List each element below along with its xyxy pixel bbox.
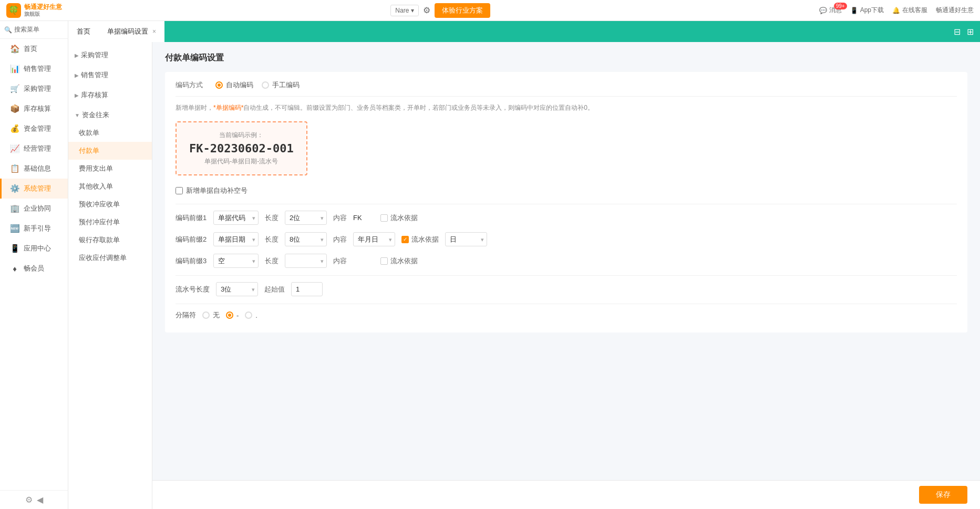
sep-dash-label: - <box>236 311 239 319</box>
serial-length-select[interactable]: 3位 4位 5位 6位 <box>216 282 258 296</box>
sep-none-radio[interactable]: 无 <box>202 310 220 320</box>
prefix3-stream-checkbox[interactable] <box>380 257 388 265</box>
prefix3-stream-check[interactable]: 流水依据 <box>380 256 418 266</box>
message-badge: 99+ <box>834 3 847 9</box>
sidebar-item-operation[interactable]: 📈 经营管理 <box>0 139 68 159</box>
sep-none-label: 无 <box>213 310 220 320</box>
sub-item-adjust[interactable]: 应收应付调整单 <box>68 249 152 267</box>
auto-fill-checkbox[interactable] <box>176 187 183 194</box>
prefix2-content-label: 内容 <box>333 235 347 244</box>
sidebar-item-purchase[interactable]: 🛒 采购管理 <box>0 79 68 99</box>
prefix2-unit-select[interactable]: 日 月 年 <box>445 232 487 246</box>
sidebar-item-apps[interactable]: 📱 应用中心 <box>0 238 68 258</box>
user-name: 畅通通好生意 <box>936 6 974 15</box>
prefix2-stream-checkbox[interactable]: ✓ <box>401 236 409 243</box>
sub-item-bank[interactable]: 银行存取款单 <box>68 231 152 249</box>
service-icon: 🔔 <box>892 7 900 14</box>
search-menu[interactable]: 🔍 搜索菜单 <box>0 21 68 39</box>
prefix2-label: 编码前缀2 <box>176 235 207 244</box>
sidebar-item-basic[interactable]: 📋 基础信息 <box>0 159 68 179</box>
serial-length-wrapper: 3位 4位 5位 6位 <box>216 282 258 296</box>
separator-row: 分隔符 无 - <box>176 310 957 320</box>
prefix1-stream-check[interactable]: 流水依据 <box>380 213 418 223</box>
online-service-label: 在线客服 <box>902 6 927 15</box>
apps-icon: 📱 <box>10 244 19 253</box>
sidebar-item-sales[interactable]: 📊 销售管理 <box>0 59 68 79</box>
sub-item-prepay-payable[interactable]: 预付冲应付单 <box>68 213 152 231</box>
start-value-input[interactable] <box>291 282 323 296</box>
sidebar-item-member[interactable]: ♦ 畅会员 <box>0 258 68 278</box>
message-button[interactable]: 💬 消息 99+ <box>819 6 842 15</box>
manual-code-dot <box>262 81 269 89</box>
sep-dash-radio[interactable]: - <box>226 311 239 319</box>
separator-label: 分隔符 <box>176 310 196 320</box>
basic-icon: 📋 <box>10 164 19 173</box>
prefix2-row: 编码前缀2 单据日期 单据代码 部门 空 长度 <box>176 232 957 246</box>
prefix3-length-select[interactable]: 2位 4位 <box>285 254 327 268</box>
app-download-button[interactable]: 📱 App下载 <box>850 6 884 15</box>
settings-card: 编码方式 自动编码 手工编码 <box>165 72 967 333</box>
message-icon: 💬 <box>819 7 827 14</box>
logo-icon: 🍀 <box>6 3 21 18</box>
sep-dot-radio[interactable]: . <box>245 311 257 319</box>
main-wrapper: 付款单编码设置 编码方式 自动编码 <box>152 42 980 509</box>
online-service-button[interactable]: 🔔 在线客服 <box>892 6 927 15</box>
prefix1-length-wrapper: 2位 4位 6位 <box>285 211 327 225</box>
tab-expand-icon[interactable]: ⊞ <box>967 27 974 37</box>
prefix3-select[interactable]: 空 单据代码 单据日期 部门 <box>213 254 259 268</box>
arrow-right-icon2: ▶ <box>75 72 79 78</box>
prefix2-select[interactable]: 单据日期 单据代码 部门 空 <box>213 232 259 246</box>
footer-settings-icon[interactable]: ⚙ <box>25 495 33 505</box>
search-menu-label: 搜索菜单 <box>14 25 39 34</box>
sep-dot-dot <box>245 311 252 319</box>
save-button[interactable]: 保存 <box>919 486 967 504</box>
sub-item-prepay-receivable[interactable]: 预收冲应收单 <box>68 195 152 213</box>
sub-item-other-income[interactable]: 其他收入单 <box>68 178 152 195</box>
sub-item-expense[interactable]: 费用支出单 <box>68 160 152 178</box>
arrow-down-icon: ▼ <box>75 112 80 118</box>
logo-line1: 畅通逻好生意 <box>24 3 62 11</box>
user-profile[interactable]: 畅通通好生意 <box>936 6 974 15</box>
footer-collapse-icon[interactable]: ◀ <box>37 495 43 505</box>
prefix1-select[interactable]: 单据代码 部门 业务员 空 <box>213 211 259 225</box>
prefix1-stream-checkbox[interactable] <box>380 214 388 222</box>
prefix3-stream-label: 流水依据 <box>390 256 418 266</box>
prefix2-length-select[interactable]: 8位 4位 6位 <box>285 232 327 246</box>
member-icon: ♦ <box>10 264 19 273</box>
topbar-dropdown[interactable]: Nare ▾ <box>390 5 419 16</box>
logo-line2: 旗舰版 <box>24 11 62 17</box>
prefix3-row: 编码前缀3 空 单据代码 单据日期 部门 长度 <box>176 254 957 268</box>
prefix2-stream-check[interactable]: ✓ 流水依据 <box>401 235 439 244</box>
settings-icon[interactable]: ⚙ <box>423 5 430 15</box>
prefix1-length-select[interactable]: 2位 4位 6位 <box>285 211 327 225</box>
sub-sidebar: ▶ 采购管理 ▶ 销售管理 ▶ 库存核算 <box>68 42 152 509</box>
coding-radio-group: 自动编码 手工编码 <box>215 80 300 90</box>
sidebar-item-guide[interactable]: 🆕 新手引导 <box>0 219 68 238</box>
tab-minimize-icon[interactable]: ⊟ <box>954 27 961 37</box>
prefix2-content-select[interactable]: 年月日 年月 年 <box>353 232 395 246</box>
sub-item-payment[interactable]: 付款单 <box>68 142 152 160</box>
sub-group-sales: ▶ 销售管理 <box>68 66 152 84</box>
trial-button[interactable]: 体验行业方案 <box>435 3 490 18</box>
sales-icon: 📊 <box>10 64 19 74</box>
tab-close-icon[interactable]: × <box>152 28 156 35</box>
sidebar-item-system[interactable]: ⚙️ 系统管理 <box>0 179 68 199</box>
sidebar-item-inventory[interactable]: 📦 库存核算 <box>0 99 68 119</box>
auto-code-radio[interactable]: 自动编码 <box>215 80 253 90</box>
sub-group-purchase-title[interactable]: ▶ 采购管理 <box>68 46 152 64</box>
bottom-bar: 保存 <box>152 480 980 509</box>
sub-group-inventory-title[interactable]: ▶ 库存核算 <box>68 86 152 104</box>
sidebar-label-finance: 资金管理 <box>24 124 51 133</box>
sub-group-capital-title[interactable]: ▼ 资金往来 <box>68 106 152 124</box>
sidebar-item-enterprise[interactable]: 🏢 企业协同 <box>0 199 68 219</box>
manual-code-radio[interactable]: 手工编码 <box>262 80 300 90</box>
sub-group-sales-title[interactable]: ▶ 销售管理 <box>68 66 152 84</box>
sidebar-item-finance[interactable]: 💰 资金管理 <box>0 119 68 139</box>
sidebar-item-home[interactable]: 🏠 首页 <box>0 39 68 59</box>
preview-desc: 单据代码-单据日期-流水号 <box>189 157 294 166</box>
tab-code-settings[interactable]: 单据编码设置 × <box>99 21 164 42</box>
prefix1-length-label: 长度 <box>265 213 278 223</box>
sub-item-receipt[interactable]: 收款单 <box>68 124 152 142</box>
tab-home[interactable]: 首页 <box>68 21 99 42</box>
sidebar-label-enterprise: 企业协同 <box>24 204 51 213</box>
